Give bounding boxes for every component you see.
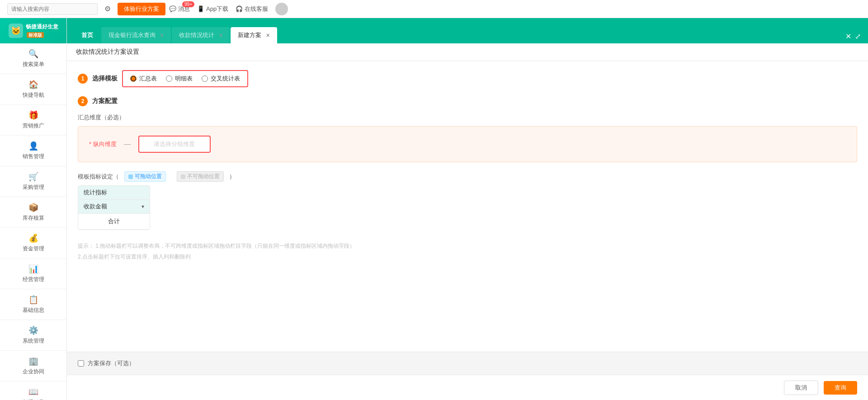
radio-summary[interactable]: 汇总表 [130,75,157,83]
sidebar-item-marketing[interactable]: 🎁 营销推广 [0,105,66,136]
message-badge: 99+ [182,1,194,7]
save-section: 方案保存（可选） [67,352,868,375]
download-icon: 📱 [197,5,204,12]
sidebar-nav: 🔍 搜索菜单 🏠 快捷导航 🎁 营销推广 👤 销售管理 🛒 采购管理 📦 [0,43,66,400]
metrics-section: 模板指标设定（ 可拖动位置 不可拖动位置 ） [78,171,857,231]
metrics-col-dropdown-icon[interactable]: ▾ [142,203,144,210]
avatar[interactable] [275,3,288,15]
marketing-icon: 🎁 [28,110,38,120]
dimension-select-input[interactable]: 请选择分组维度 [138,136,211,153]
logo-text: 畅捷通好生意 [26,23,58,31]
download-button[interactable]: 📱 App下载 [197,5,228,13]
cancel-button[interactable]: 取消 [784,381,818,395]
quick-nav-icon: 🏠 [28,80,38,89]
radio-cross[interactable]: 交叉统计表 [202,75,240,83]
section2-num: 2 [78,96,88,106]
save-label: 方案保存（可选） [88,359,135,367]
query-button[interactable]: 查询 [824,381,857,395]
tab-expand-icon[interactable]: ⤢ [855,32,861,41]
tab-bank-flow[interactable]: 现金银行流水查询 × [101,27,171,43]
inventory-icon: 📦 [28,202,38,212]
section2: 2 方案配置 汇总维度（必选） * 纵向维度 — 请选择分组维度 模板指标设定（ [78,96,857,262]
save-checkbox[interactable] [78,360,84,367]
radio-summary-input[interactable] [130,75,137,82]
radio-detail[interactable]: 明细表 [166,75,193,83]
service-button[interactable]: 🎧 在线客服 [236,5,268,13]
sidebar-item-system[interactable]: ⚙️ 系统管理 [0,320,66,351]
sidebar-label-marketing: 营销推广 [23,122,44,130]
metrics-row-total: 合计 [78,214,150,230]
logo-name: 畅捷通好生意 标准版 [26,23,58,38]
template-select-box: 汇总表 明细表 交叉统计表 [122,70,248,87]
metrics-title: 模板指标设定（ 可拖动位置 不可拖动位置 ） [78,171,857,182]
page-title: 收款情况统计方案设置 [76,48,139,55]
logo-icon: 🐱 [9,24,23,38]
sidebar-item-operation[interactable]: 📊 经营管理 [0,259,66,289]
metrics-col-header[interactable]: 收款金额 ▾ [78,200,150,214]
search-input[interactable] [7,3,98,15]
section2-header: 2 方案配置 [78,96,857,106]
guide-icon: 📖 [28,387,38,397]
draggable-tag: 可拖动位置 [124,171,166,182]
tab-close-all-icon[interactable]: ✕ [845,32,851,41]
tab-home[interactable]: 首页 [74,27,100,43]
service-label: 在线客服 [245,5,268,13]
sidebar-label-finance: 资金管理 [23,245,44,253]
tab-new-plan-close[interactable]: × [266,32,269,39]
purchase-icon: 🛒 [28,172,38,182]
page-body: 收款情况统计方案设置 1 选择模板 汇总表 明细表 [67,43,868,375]
sidebar-item-search-menu[interactable]: 🔍 搜索菜单 [0,43,66,74]
metrics-col-label: 收款金额 [84,202,107,211]
radio-cross-input[interactable] [202,75,208,82]
section1-header: 1 选择模板 汇总表 明细表 交叉统计表 [78,70,857,87]
tab-home-label: 首页 [81,31,93,39]
sidebar-label-search-menu: 搜索菜单 [23,61,44,68]
settings-button[interactable]: ⚙ [101,3,114,15]
radio-detail-label: 明细表 [175,75,193,83]
sidebar: 🐱 畅捷通好生意 标准版 🔍 搜索菜单 🏠 快捷导航 🎁 营销推广 👤 销售管理 [0,18,67,400]
tab-controls: ✕ ⤢ [845,32,861,43]
industry-solution-button[interactable]: 体验行业方案 [118,3,165,15]
sidebar-item-sales[interactable]: 👤 销售管理 [0,136,66,166]
dimension-arrow-icon: — [124,140,131,148]
sidebar-label-enterprise: 企业协同 [23,368,44,376]
sidebar-item-finance[interactable]: 💰 资金管理 [0,228,66,259]
tips-section: 提示： 1.拖动标题栏可以调整布局，不可跨维度或指标区域拖动栏目字段（只能在同一… [78,240,857,262]
sidebar-item-quick-nav[interactable]: 🏠 快捷导航 [0,74,66,105]
tab-new-plan[interactable]: 新建方案 × [231,27,277,43]
radio-detail-input[interactable] [166,75,172,82]
sidebar-item-inventory[interactable]: 📦 库存核算 [0,197,66,228]
sidebar-item-purchase[interactable]: 🛒 采购管理 [0,166,66,197]
tab-receipt-stat-close[interactable]: × [219,32,222,39]
content-area: 首页 现金银行流水查询 × 收款情况统计 × 新建方案 × ✕ ⤢ 收 [67,18,868,400]
tip-2: 2.点击标题栏下拉可设置排序、插入列和删除列 [78,251,857,262]
system-icon: ⚙️ [28,325,38,335]
sidebar-item-enterprise[interactable]: 🏢 企业协同 [0,351,66,381]
top-bar: ⚙ 体验行业方案 💬 消息 99+ 📱 App下载 🎧 在线客服 [0,0,868,18]
section2-title: 方案配置 [92,97,118,105]
metrics-title-text: 模板指标设定（ [78,173,119,181]
sidebar-item-guide[interactable]: 📖 新手引导 [0,381,66,400]
basic-info-icon: 📋 [28,295,38,305]
sidebar-label-purchase: 采购管理 [23,184,44,191]
undraggable-tag-label: 不可拖动位置 [187,173,220,180]
form-container: 1 选择模板 汇总表 明细表 交叉统计表 [67,61,868,352]
tip-1: 提示： 1.拖动标题栏可以调整布局，不可跨维度或指标区域拖动栏目字段（只能在同一… [78,240,857,251]
enterprise-icon: 🏢 [28,356,38,366]
tab-receipt-stat[interactable]: 收款情况统计 × [172,27,230,43]
sidebar-label-operation: 经营管理 [23,276,44,283]
search-menu-icon: 🔍 [28,49,38,59]
undraggable-tag: 不可拖动位置 [177,171,224,182]
sidebar-label-inventory: 库存核算 [23,214,44,222]
sidebar-label-system: 系统管理 [23,337,44,345]
message-button[interactable]: 💬 消息 99+ [169,5,190,13]
radio-cross-label: 交叉统计表 [211,75,240,83]
draggable-tag-label: 可拖动位置 [135,173,162,180]
message-icon: 💬 [169,5,176,12]
tab-bank-flow-label: 现金银行流水查询 [108,31,156,39]
sidebar-item-basic-info[interactable]: 📋 基础信息 [0,289,66,320]
metrics-close-paren: ） [229,173,235,181]
tab-bank-flow-close[interactable]: × [160,32,164,39]
tab-bar: 首页 现金银行流水查询 × 收款情况统计 × 新建方案 × ✕ ⤢ [67,18,868,43]
dimension-area: * 纵向维度 — 请选择分组维度 [78,126,857,162]
